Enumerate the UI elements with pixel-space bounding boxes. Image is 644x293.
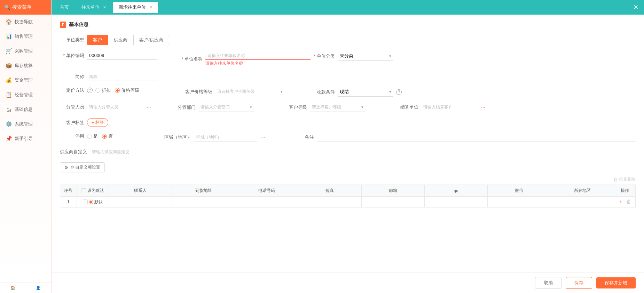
payment-terms-select[interactable]: 现结 ▾ bbox=[338, 87, 393, 97]
disabled-yes-radio[interactable] bbox=[87, 134, 92, 139]
pricing-discount-option[interactable]: 折扣 bbox=[95, 87, 111, 93]
customer-level-label: 客户等级 bbox=[283, 104, 307, 111]
col-no: 序号 bbox=[60, 185, 77, 197]
custom-settings-btn[interactable]: ⚙ ⚙ 自定义项设置 bbox=[60, 162, 105, 172]
customer-price-level-field: 客户价格等级 请选择客户价格等级 ▾ bbox=[185, 87, 311, 96]
address-input-0[interactable] bbox=[175, 200, 231, 204]
region-ellipsis-btn[interactable]: ··· bbox=[260, 134, 267, 141]
custom-settings-icon: ⚙ bbox=[64, 165, 68, 170]
region-input-0[interactable] bbox=[555, 200, 610, 204]
sidebar-item-system[interactable]: ⚙️系统管理 bbox=[0, 117, 51, 131]
section-header-icon: F bbox=[60, 22, 66, 28]
tab-trading-units[interactable]: 往来单位✕ bbox=[76, 2, 112, 13]
sidebar-item-sales[interactable]: 📊销售管理 bbox=[0, 29, 51, 44]
unit-code-label: 单位编码 bbox=[60, 52, 84, 59]
search-icon: 🔍 bbox=[4, 5, 10, 10]
manager-label: 分管人员 bbox=[60, 104, 84, 110]
supplier-custom-input[interactable] bbox=[90, 148, 180, 156]
unit-type-both-btn[interactable]: 客户/供应商 bbox=[133, 35, 169, 45]
cell-phone-0 bbox=[235, 197, 298, 207]
customer-price-level-chevron: ▾ bbox=[281, 89, 283, 94]
sidebar-item-purchase[interactable]: 🛒采购管理 bbox=[0, 44, 51, 58]
tab-bar-close-btn[interactable]: ✕ bbox=[630, 2, 641, 13]
disabled-no-radio[interactable] bbox=[102, 134, 107, 139]
col-contact: 联系人 bbox=[109, 185, 172, 197]
row-pricing: 定价方法 ? 折扣 价格等级 客户价格等级 请选择客户价格等级 bbox=[60, 87, 636, 97]
region-field: 区域（地区） ··· bbox=[164, 133, 290, 141]
row-supplier-custom: 供应商自定义 bbox=[60, 148, 636, 156]
settlement-unit-field: 结算单位 ··· bbox=[394, 103, 512, 111]
tab-label-new-trading-unit: 新增往来单位 bbox=[119, 4, 146, 10]
tab-label-home: 首页 bbox=[60, 4, 69, 10]
department-select[interactable]: 请输入分管部门 ▾ bbox=[198, 103, 254, 112]
save-button[interactable]: 保存 bbox=[566, 277, 592, 289]
disabled-yes-option[interactable]: 是 bbox=[87, 133, 98, 139]
pricing-discount-radio[interactable] bbox=[95, 88, 100, 93]
sidebar-item-quick-nav[interactable]: 🏠快捷导航 bbox=[0, 15, 51, 29]
save-new-button[interactable]: 保存并新增 bbox=[596, 277, 636, 288]
sidebar-item-new-guide[interactable]: 📌新手引导 bbox=[0, 131, 51, 146]
sidebar-item-operations[interactable]: 📋经营管理 bbox=[0, 88, 51, 102]
tab-new-trading-unit[interactable]: 新增往来单位✕ bbox=[113, 2, 158, 13]
phone-input-0[interactable] bbox=[239, 200, 294, 204]
tags-label: 客户标签 bbox=[60, 120, 84, 126]
sidebar-item-inventory[interactable]: 📦库存核算 bbox=[0, 58, 51, 73]
payment-terms-label: 收款条件 bbox=[311, 89, 335, 95]
department-label: 分管部门 bbox=[171, 104, 196, 111]
tab-bar: 首页往来单位✕新增往来单位✕ ✕ bbox=[52, 0, 644, 15]
cell-wechat-0 bbox=[488, 197, 551, 207]
tab-home[interactable]: 首页 bbox=[54, 2, 74, 13]
row-checkbox-0[interactable] bbox=[83, 200, 88, 204]
pricing-level-option[interactable]: 价格等级 bbox=[115, 87, 139, 93]
unit-category-label: 单位分类 bbox=[311, 53, 335, 59]
settlement-unit-input[interactable] bbox=[421, 103, 477, 111]
manager-input[interactable] bbox=[87, 103, 143, 111]
payment-terms-question-icon[interactable]: ? bbox=[396, 89, 402, 95]
pricing-question-icon[interactable]: ? bbox=[87, 88, 93, 93]
fax-input-0[interactable] bbox=[302, 200, 358, 204]
unit-type-supplier-btn[interactable]: 供应商 bbox=[108, 35, 133, 45]
section-header: F 基本信息 bbox=[60, 22, 636, 28]
row-add-btn-0[interactable]: ＋ bbox=[618, 199, 623, 204]
unit-type-customer-btn[interactable]: 客户 bbox=[87, 35, 108, 45]
cell-address-0 bbox=[172, 197, 235, 207]
batch-delete-label[interactable]: 批量删除 bbox=[619, 177, 636, 182]
customer-level-field: 客户等级 请选择客户等级 ▾ bbox=[283, 103, 394, 112]
contact-input-0[interactable] bbox=[112, 200, 168, 204]
sidebar-user-btn[interactable]: 👤 bbox=[36, 286, 41, 290]
row-delete-btn-0[interactable]: 🗑 bbox=[626, 199, 631, 204]
pricing-level-radio[interactable] bbox=[115, 88, 120, 93]
region-input[interactable] bbox=[194, 133, 257, 141]
unit-code-input[interactable] bbox=[87, 51, 157, 60]
sidebar-item-finance[interactable]: 💰资金管理 bbox=[0, 73, 51, 88]
tab-close-trading-units[interactable]: ✕ bbox=[103, 5, 106, 10]
department-chevron: ▾ bbox=[250, 105, 252, 109]
cancel-button[interactable]: 取消 bbox=[535, 277, 561, 289]
sidebar-home-btn[interactable]: 🏠 bbox=[10, 286, 15, 290]
qq-input-0[interactable] bbox=[428, 200, 484, 204]
manager-ellipsis-btn[interactable]: ··· bbox=[146, 104, 152, 111]
abbreviation-input[interactable] bbox=[87, 73, 157, 81]
remarks-field: 备注 bbox=[290, 133, 636, 141]
disabled-no-option[interactable]: 否 bbox=[102, 133, 113, 139]
add-tag-btn[interactable]: + 标签 bbox=[87, 118, 108, 127]
sidebar-search[interactable]: 🔍 搜索菜单 bbox=[0, 0, 51, 15]
unit-category-select[interactable]: 未分类 ▾ bbox=[338, 51, 393, 61]
row-manager-dept: 分管人员 ··· 分管部门 请输入分管部门 ▾ 客户等级 请选择客户等级 ▾ 结… bbox=[60, 103, 636, 112]
col-address: 到货地址 bbox=[172, 185, 235, 197]
cell-region-0 bbox=[551, 197, 614, 207]
sidebar-item-base-info[interactable]: 🗂基础信息 bbox=[0, 102, 51, 117]
supplier-custom-field: 供应商自定义 bbox=[60, 148, 199, 156]
remarks-input[interactable] bbox=[317, 133, 636, 141]
wechat-input-0[interactable] bbox=[491, 200, 547, 204]
settlement-unit-ellipsis-btn[interactable]: ··· bbox=[480, 104, 487, 111]
customer-price-level-select[interactable]: 请选择客户价格等级 ▾ bbox=[215, 87, 285, 96]
email-input-0[interactable] bbox=[365, 200, 421, 204]
header-checkbox[interactable] bbox=[81, 188, 86, 193]
tab-close-new-trading-unit[interactable]: ✕ bbox=[149, 5, 152, 10]
custom-settings-label: ⚙ 自定义项设置 bbox=[70, 164, 100, 170]
customer-level-select[interactable]: 请选择客户等级 ▾ bbox=[310, 103, 366, 112]
unit-name-input[interactable] bbox=[205, 51, 311, 60]
customer-price-level-label: 客户价格等级 bbox=[185, 89, 212, 95]
default-radio-0[interactable] bbox=[89, 200, 93, 204]
